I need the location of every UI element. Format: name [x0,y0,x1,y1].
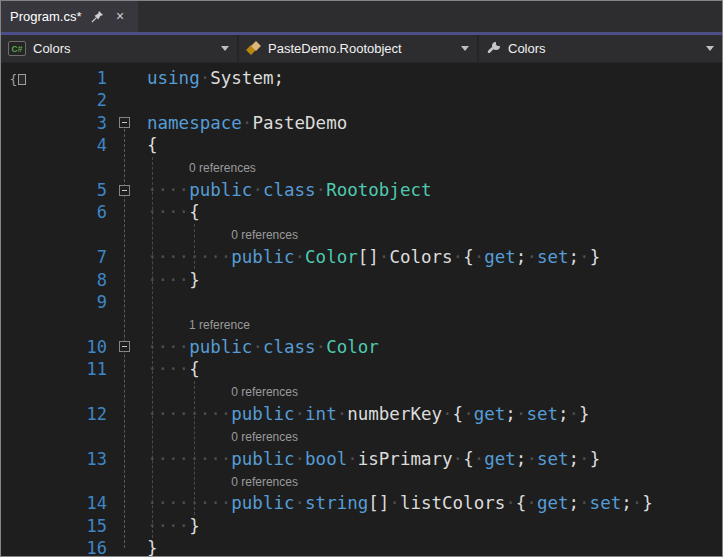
code-token: ; [516,449,527,469]
code-row: 14········public·string[]·listColors·{·g… [1,492,722,514]
code-token: ; [558,404,569,424]
code-row: 10····public·class·Color [1,336,722,358]
code-token: ; [516,247,527,267]
code-row: 15····} [1,515,722,537]
codelens-text[interactable]: 0 references [141,223,722,246]
member-dropdown[interactable]: Colors [479,35,722,62]
code-token: ···· [147,180,189,200]
code-token: · [295,493,306,513]
tab-bar: Program.cs* × [1,1,722,32]
line-number[interactable]: 4 [35,134,107,156]
line-number[interactable]: 2 [35,89,107,111]
code-token: · [379,247,390,267]
code-text[interactable]: ····public·class·Color [141,336,722,358]
line-number[interactable]: 8 [35,269,107,291]
code-row: {1using·System; [1,67,722,89]
code-token: set [526,404,558,424]
chevron-down-icon [706,46,714,51]
line-number[interactable]: 16 [35,537,107,556]
code-token: · [252,180,263,200]
code-token: } [189,516,200,536]
code-token: ; [569,493,580,513]
line-number[interactable]: 14 [35,492,107,514]
code-text[interactable]: ········public·bool·isPrimary·{·get;·set… [141,448,722,470]
chevron-down-icon [461,46,469,51]
codelens-references-link[interactable]: 0 references [231,430,298,444]
code-row: 12········public·int·numberKey·{·get;·se… [1,403,722,425]
code-text[interactable]: { [141,134,722,156]
project-dropdown[interactable]: C# Colors [1,35,239,62]
code-token: get [484,449,516,469]
code-token: · [474,449,485,469]
line-number[interactable]: 6 [35,201,107,223]
line-number[interactable]: 9 [35,291,107,313]
line-number[interactable]: 15 [35,515,107,537]
code-token: PasteDemo [252,113,347,133]
codelens-references-link[interactable]: 0 references [189,161,256,175]
code-text[interactable]: ········public·int·numberKey·{·get;·set;… [141,403,722,425]
code-token: · [526,247,537,267]
code-row: 16} [1,537,722,556]
codelens-text[interactable]: 0 references [141,156,722,179]
codelens-references-link[interactable]: 0 references [231,228,298,242]
code-row: 9 [1,291,722,313]
code-token: } [642,493,653,513]
code-token: isPrimary [358,449,453,469]
line-number[interactable]: 5 [35,179,107,201]
line-number[interactable]: 13 [35,448,107,470]
line-number[interactable]: 12 [35,403,107,425]
glyph-margin: { [1,71,35,86]
outlining-margin [107,185,141,196]
code-token: bool [305,449,347,469]
codelens-row: 0 references [1,224,722,246]
code-editor[interactable]: {1using·System;23namespace·PasteDemo4{0 … [1,63,722,556]
type-dropdown[interactable]: PasteDemo.Rootobject [239,35,479,62]
code-token: set [537,247,569,267]
document-tab[interactable]: Program.cs* × [1,1,138,32]
code-token: ; [505,404,516,424]
code-text[interactable]: ········public·string[]·listColors·{·get… [141,492,722,514]
codelens-references-link[interactable]: 0 references [231,474,298,488]
type-dropdown-label: PasteDemo.Rootobject [268,41,455,56]
codelens-text[interactable]: 0 references [141,425,722,448]
code-row: 2 [1,89,722,111]
code-text[interactable]: ········public·Color[]·Colors·{·get;·set… [141,246,722,268]
codelens-text[interactable]: 1 reference [141,313,722,336]
code-token: · [453,247,464,267]
code-text[interactable]: ····} [141,515,722,537]
fold-collapse-button[interactable] [119,117,130,128]
codelens-references-link[interactable]: 0 references [231,385,298,399]
line-number[interactable]: 1 [35,67,107,89]
codelens-row: 0 references [1,157,722,179]
close-icon[interactable]: × [113,10,128,23]
line-number[interactable]: 11 [35,358,107,380]
code-token: System; [210,68,284,88]
codelens-row: 0 references [1,380,722,402]
code-token: public [231,247,294,267]
code-text[interactable]: } [141,537,722,556]
braces-document-icon[interactable]: { [10,73,27,86]
code-text[interactable]: ····{ [141,358,722,380]
line-number[interactable]: 7 [35,246,107,268]
code-token: ···· [147,516,189,536]
fold-collapse-button[interactable] [119,341,130,352]
wrench-icon [486,41,501,56]
codelens-references-link[interactable]: 1 reference [189,318,250,332]
code-token: } [590,449,601,469]
outlining-margin [107,117,141,128]
tab-title: Program.cs* [10,9,82,24]
pin-icon[interactable] [91,10,104,23]
code-text[interactable]: ····} [141,269,722,291]
code-token: · [526,449,537,469]
line-number[interactable]: 3 [35,112,107,134]
code-text[interactable]: ····{ [141,201,722,223]
code-text[interactable]: namespace·PasteDemo [141,112,722,134]
codelens-text[interactable]: 0 references [141,470,722,493]
code-text[interactable]: using·System; [141,67,722,89]
fold-collapse-button[interactable] [119,185,130,196]
code-text[interactable]: ····public·class·Rootobject [141,179,722,201]
codelens-text[interactable]: 0 references [141,380,722,403]
line-number[interactable]: 10 [35,336,107,358]
code-token: · [632,493,643,513]
code-token: public [231,404,294,424]
